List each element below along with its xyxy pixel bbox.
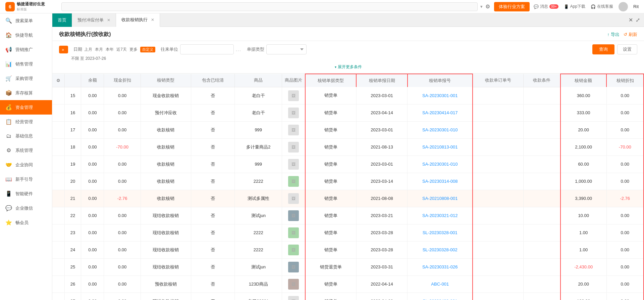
refresh-button[interactable]: ↺ 刷新 [624,32,637,38]
message-button[interactable]: 💬 消息 99+ [534,4,558,9]
cell-writeoff-bill-no[interactable]: SA-20210813-001 [408,138,473,156]
filter-action-area: 查询 设置 [592,44,637,54]
cell-goods-image: 🖼 [282,156,306,173]
cell-included: 否 [191,173,235,190]
cell-receipt-condition [524,207,560,224]
th-writeoff-amount: 核销金额 [560,74,606,87]
sidebar-item-hardware[interactable]: 📱 智能硬件 [0,186,52,201]
cell-writeoff-amount: 20.00 [560,275,606,293]
cell-receipt-condition [524,104,560,121]
hardware-icon: 📱 [5,190,12,197]
app-download-button[interactable]: 📱 App下载 [564,4,585,9]
page-title: 收款核销执行(按收款) [59,31,111,38]
filter-date-this-month[interactable]: 本月 [95,47,103,52]
expand-button[interactable]: ▾ 展开更多条件 [59,64,637,70]
filter-date-last-month[interactable]: 上月 [84,47,92,52]
filter-receipt-type-select[interactable] [266,44,307,54]
avatar[interactable] [619,2,628,11]
sidebar-label-inventory: 库存核算 [15,90,33,96]
cell-writeoff-bill-no[interactable]: SL-20230328-002 [408,241,473,258]
tab-close-all-button[interactable]: ✕ [629,17,633,23]
tab-expand-button[interactable]: ⤢ [636,17,640,23]
cell-writeoff-bill-no[interactable]: SA-20230321-012 [408,207,473,224]
sidebar-item-search[interactable]: 🔍 搜索菜单 [0,13,52,28]
tab-home[interactable]: 首页 [52,13,72,27]
query-button[interactable]: 查询 [592,44,614,54]
cell-writeoff-bill-no[interactable]: SA-20230331-026 [408,258,473,275]
filter-date-this-year[interactable]: 本年 [106,47,114,52]
sidebar-item-quicknav[interactable]: 🏠 快捷导航 [0,28,52,42]
sidebar-label-search: 搜索菜单 [15,18,33,24]
cell-goods: 2222 [235,241,282,258]
tab-prepay-close[interactable]: ✕ [107,18,110,23]
sidebar-item-operation[interactable]: 📋 经营管理 [0,115,52,129]
th-gear[interactable]: ⚙ [52,74,64,87]
tab-writeoff[interactable]: 收款核销执行 ✕ [116,13,160,27]
cell-goods: 2222 [235,173,282,190]
sidebar-item-enterprise[interactable]: 🤝 企业协同 [0,158,52,172]
home-icon: 🏠 [5,32,12,38]
cell-writeoff-bill-date: 2023-03-21 [356,207,407,224]
filter-date-more[interactable]: 更多 [129,47,138,52]
cell-writeoff-bill-date: 2023-03-14 [356,173,407,190]
cell-receipt-condition [524,173,560,190]
cell-writeoff-bill-no[interactable]: SA-20230301-010 [408,156,473,173]
tab-prepay[interactable]: 预付冲应付单 ✕ [72,13,116,27]
sidebar-item-basic[interactable]: 🗂 基础信息 [0,129,52,143]
filter-date-7days[interactable]: 近7天 [116,47,127,52]
cell-receipt-order-no [473,207,523,224]
cell-writeoff-type: 收款核销 [141,190,191,207]
sidebar-item-marketing[interactable]: 📢 营销推广 [0,42,52,57]
cell-gear [52,104,64,121]
cell-writeoff-bill-no[interactable]: SA-20210808-001 [408,190,473,207]
table-container[interactable]: ⚙ 余额 现金折扣 核销类型 包含已结清 商品 商品图片 核销单据类型 核销单报… [52,74,644,300]
toggle-button[interactable]: » [59,46,68,53]
search-icon: 🔍 [5,17,12,24]
cell-writeoff-discount: 0.00 [606,121,644,138]
filter-from-unit-input[interactable] [180,44,234,54]
breadcrumb-input[interactable] [61,2,478,11]
cell-writeoff-bill-type: 销货单 [305,121,356,138]
sidebar-item-guide[interactable]: 📖 新手引导 [0,172,52,186]
cell-goods: 衣服00001 [235,293,282,300]
tab-writeoff-close[interactable]: ✕ [151,17,154,22]
cell-writeoff-bill-no[interactable]: SA-20230301-001 [408,87,473,104]
filter-date-custom[interactable]: 自定义 [140,47,155,52]
guide-icon: 📖 [5,176,12,182]
sidebar-item-wechat[interactable]: 💬 企业微信 [0,201,52,215]
cell-writeoff-type: 预收款核销 [141,275,191,293]
cell-writeoff-bill-type: 销货单 [305,275,356,293]
table-header-row: ⚙ 余额 现金折扣 核销类型 包含已结清 商品 商品图片 核销单据类型 核销单报… [52,74,644,87]
sidebar-item-member[interactable]: ⭐ 畅会员 [0,215,52,230]
service-button[interactable]: 🎧 在线客服 [591,4,613,9]
cell-writeoff-bill-no[interactable]: SL-20230328-001 [408,224,473,241]
cell-goods-image: 🖼 [282,138,306,156]
filter-date-options: 上月 本月 本年 近7天 更多 自定义 [84,47,155,52]
sidebar-item-capital[interactable]: 💰 资金管理 [0,100,52,115]
cell-writeoff-bill-no[interactable]: ABC-001 [408,275,473,293]
th-goods: 商品 [235,74,282,87]
cell-writeoff-bill-no[interactable]: SA-20230414-017 [408,104,473,121]
service-icon: 🎧 [591,4,596,9]
cell-receipt-condition [524,87,560,104]
cell-writeoff-bill-no[interactable]: SL-20230408-001 [408,293,473,300]
set-button[interactable]: 设置 [617,44,637,54]
cell-goods-image: 🖼 [282,224,306,241]
cell-writeoff-bill-no[interactable]: SA-20230301-010 [408,121,473,138]
settings-icon[interactable]: ⚙ [485,3,490,10]
cell-cash-discount: 0.00 [104,156,141,173]
cell-seq: 15 [64,87,81,104]
solution-button[interactable]: 体验行业方案 [494,2,530,11]
th-receipt-condition: 收款条件 [524,74,560,87]
service-label: 在线客服 [597,4,613,9]
cell-writeoff-amount: 1.00 [560,224,606,241]
cell-seq: 20 [64,173,81,190]
cell-writeoff-bill-type: 销货单 [305,207,356,224]
sidebar-item-system[interactable]: ⚙ 系统管理 [0,143,52,158]
sidebar-item-sales[interactable]: 📊 销售管理 [0,57,52,71]
sidebar-label-enterprise: 企业协同 [15,162,33,168]
sidebar-item-purchase[interactable]: 🛒 采购管理 [0,71,52,86]
cell-writeoff-bill-no[interactable]: SA-20230314-008 [408,173,473,190]
export-button[interactable]: ↑ 导出 [607,32,620,38]
sidebar-item-inventory[interactable]: 📦 库存核算 [0,86,52,100]
